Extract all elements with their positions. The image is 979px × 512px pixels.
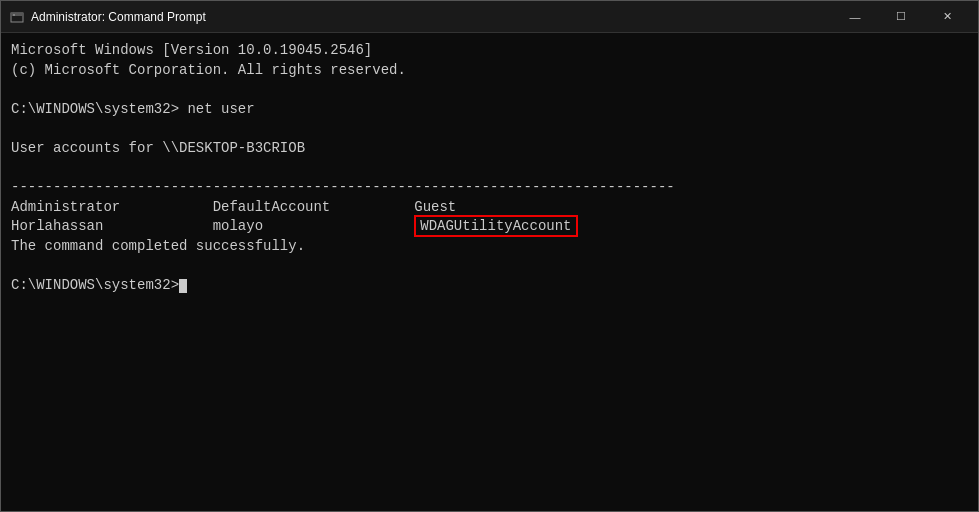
line-13: C:\WINDOWS\system32> [11,276,968,296]
title-bar: Administrator: Command Prompt — ☐ ✕ [1,1,978,33]
highlighted-account: WDAGUtilityAccount [414,215,577,237]
minimize-button[interactable]: — [832,1,878,33]
window-controls: — ☐ ✕ [832,1,970,33]
terminal-body[interactable]: Microsoft Windows [Version 10.0.19045.25… [1,33,978,511]
line-11: The command completed successfully. [11,237,968,257]
command-prompt-window: Administrator: Command Prompt — ☐ ✕ Micr… [0,0,979,512]
line-1: Microsoft Windows [Version 10.0.19045.25… [11,41,968,61]
line-10: Horlahassan molayo WDAGUtilityAccount [11,217,968,237]
maximize-button[interactable]: ☐ [878,1,924,33]
close-button[interactable]: ✕ [924,1,970,33]
line-3 [11,80,968,100]
line-4: C:\WINDOWS\system32> net user [11,100,968,120]
line-8: ----------------------------------------… [11,178,968,198]
line-6: User accounts for \\DESKTOP-B3CRIOB [11,139,968,159]
cursor [179,279,187,293]
svg-rect-1 [11,13,23,16]
window-icon [9,9,25,25]
line-12 [11,257,968,277]
line-7 [11,159,968,179]
window-title: Administrator: Command Prompt [31,10,832,24]
line-5 [11,119,968,139]
line-2: (c) Microsoft Corporation. All rights re… [11,61,968,81]
